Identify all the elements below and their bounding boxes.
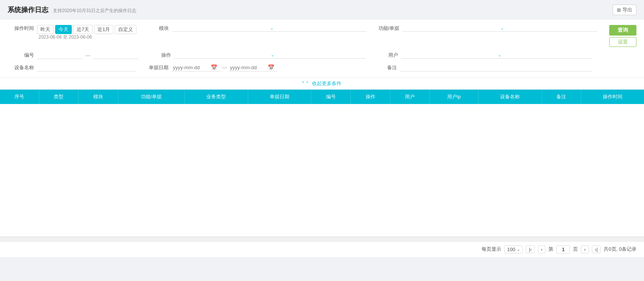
export-icon: ⊞ [617,7,621,13]
col-date: 单据日期 [248,90,311,104]
filter-panel: 操作时间 昨天 今天 近7天 近1月 自定义 2023-06-06 至 2023… [0,20,644,78]
page-number-input[interactable] [556,245,570,253]
device-input[interactable] [37,64,136,71]
page-subtitle: 支持2020年10月31日之后产生的操作日志 [53,8,136,14]
operation-select[interactable]: ⌄ [174,52,366,59]
module-label: 模块 [142,25,169,32]
calendar-start-icon[interactable]: 📅 [211,64,217,70]
note-input[interactable] [400,64,593,71]
time-btn-today[interactable]: 今天 [55,25,72,34]
col-function: 功能/单据 [118,90,184,104]
function-arrow-icon: ⌄ [500,26,596,31]
collapse-bar[interactable]: ⌃⌃ 收起更多条件 [0,78,644,90]
col-type: 类型 [39,90,78,104]
first-page-button[interactable]: |‹ [526,245,535,253]
empty-cell [0,104,644,236]
table-header-row: 序号 类型 模块 功能/单据 业务类型 单据日期 编号 操作 用户 用户ip 设… [0,90,644,104]
collapse-icon: ⌃⌃ [301,81,309,86]
time-btn-7days[interactable]: 近7天 [73,25,93,34]
col-op-time: 操作时间 [581,90,644,104]
date-end-input[interactable] [230,65,268,70]
col-code: 编号 [311,90,351,104]
module-select[interactable]: ⌄ [172,25,367,32]
col-user-ip: 用户ip [429,90,478,104]
operation-label: 操作 [145,52,171,59]
page-title: 系统操作日志 [8,5,48,14]
date-start-wrap: 📅 [171,64,221,71]
time-btn-1month[interactable]: 近1月 [94,25,113,34]
code-start-input[interactable] [37,51,82,59]
export-label: 导出 [622,6,632,13]
table-container: 序号 类型 模块 功能/单据 业务类型 单据日期 编号 操作 用户 用户ip 设… [0,90,644,237]
col-biz-type: 业务类型 [185,90,248,104]
date-end-wrap: 📅 [229,64,278,71]
table-body [0,104,644,236]
page-unit: 页 [573,246,578,253]
col-operation: 操作 [351,90,390,104]
settings-button[interactable]: 设置 [609,37,636,47]
function-label: 功能/单据 [373,25,399,32]
col-device: 设备名称 [478,90,542,104]
page-size-value: 100 [507,247,515,252]
col-note: 备注 [542,90,581,104]
page-header: 系统操作日志 支持2020年10月31日之后产生的操作日志 ⊞ 导出 [0,0,644,20]
action-buttons: 查询 设置 [609,25,636,47]
collapse-label: 收起更多条件 [312,81,341,86]
user-arrow-icon: ⌄ [498,53,591,57]
user-select[interactable]: ⌄ [401,52,593,59]
page-size-label: 每页显示 [482,246,501,253]
col-module: 模块 [79,90,118,104]
code-label: 编号 [8,52,34,59]
next-page-button[interactable]: › [581,245,588,253]
operation-arrow-icon: ⌄ [271,53,364,57]
pagination-bar: 每页显示 100 ⌄ |‹ ‹ 第 页 › ›| 共0页, 0条记录 [0,241,644,257]
col-index: 序号 [0,90,39,104]
col-user: 用户 [390,90,429,104]
page-size-arrow-icon: ⌄ [517,247,520,252]
date-label: 单据日期 [142,64,168,71]
function-select[interactable]: ⌄ [402,25,597,32]
user-label: 用户 [372,52,398,59]
device-label: 设备名称 [8,64,34,71]
page-label: 第 [548,246,553,253]
code-end-input[interactable] [93,51,139,59]
export-button[interactable]: ⊞ 导出 [613,5,636,15]
total-text: 共0页, 0条记录 [604,246,636,253]
date-start-input[interactable] [173,65,211,70]
time-range: 2023-06-06 至 2023-06-06 [39,34,136,40]
page-size-select[interactable]: 100 ⌄ [504,245,523,253]
time-btn-yesterday[interactable]: 昨天 [37,25,54,34]
prev-page-button[interactable]: ‹ [538,245,545,253]
time-label: 操作时间 [8,25,34,32]
data-table: 序号 类型 模块 功能/单据 业务类型 单据日期 编号 操作 用户 用户ip 设… [0,90,644,237]
last-page-button[interactable]: ›| [592,245,601,253]
note-label: 备注 [371,64,397,71]
time-btn-custom[interactable]: 自定义 [115,25,136,34]
module-arrow-icon: ⌄ [270,26,365,31]
query-button[interactable]: 查询 [609,25,636,36]
horizontal-scrollbar[interactable] [0,237,644,241]
calendar-end-icon[interactable]: 📅 [268,64,274,70]
